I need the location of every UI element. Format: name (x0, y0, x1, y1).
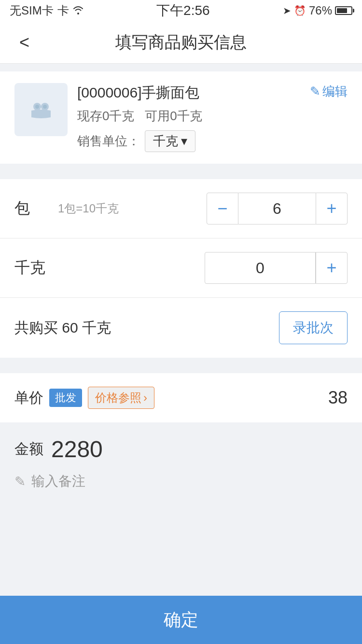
battery-percent: 76% (309, 4, 332, 17)
note-row[interactable]: ✎ 输入备注 (14, 472, 348, 490)
bag-quantity-row: 包 1包=10千克 − + (0, 179, 362, 238)
edit-icon: ✎ (310, 84, 320, 99)
product-stock: 现存0千克 可用0千克 (77, 108, 348, 125)
divider-2 (0, 358, 362, 365)
bag-controls: − + (207, 193, 348, 224)
amount-label: 金额 (14, 439, 43, 459)
status-left: 无SIM卡 卡 (10, 3, 84, 18)
page-title: 填写商品购买信息 (115, 31, 247, 54)
bag-plus-button[interactable]: + (316, 193, 348, 224)
price-label: 单价 (14, 388, 43, 408)
price-reference-button[interactable]: 价格参照 › (88, 387, 154, 409)
confirm-button[interactable]: 确定 (0, 596, 362, 644)
kg-controls: + (205, 252, 348, 284)
kg-plus-button[interactable]: + (316, 252, 348, 284)
bag-minus-button[interactable]: − (207, 193, 238, 224)
wifi-icon (73, 4, 84, 17)
status-time: 下午2:56 (156, 1, 210, 20)
kg-quantity-row: 千克 + (0, 238, 362, 298)
bag-label: 包 (14, 198, 53, 219)
amount-row: 金额 2280 (14, 436, 348, 462)
unit-select[interactable]: 千克 ▾ (145, 130, 195, 152)
bag-quantity-input[interactable] (238, 193, 316, 224)
price-section: 单价 批发 价格参照 › 38 (0, 373, 362, 422)
dropdown-icon: ▾ (181, 134, 187, 149)
amount-section: 金额 2280 ✎ 输入备注 (0, 422, 362, 504)
battery-icon (335, 6, 352, 15)
total-text: 共购买 60 千克 (14, 318, 111, 338)
location-icon: ➤ (283, 5, 291, 16)
price-row: 单价 批发 价格参照 › 38 (14, 387, 348, 409)
product-unit-row: 销售单位： 千克 ▾ (77, 130, 348, 152)
total-row: 共购买 60 千克 录批次 (0, 298, 362, 358)
svg-point-2 (35, 105, 39, 109)
kg-label: 千克 (14, 257, 53, 279)
carrier-text: 无SIM卡 (10, 3, 54, 18)
divider-1 (0, 164, 362, 171)
nav-bar: < 填写商品购买信息 (0, 21, 362, 64)
svg-point-3 (43, 105, 47, 109)
product-info: [0000006]手撕面包 ✎ 编辑 现存0千克 可用0千克 销售单位： 千克 … (77, 83, 348, 152)
sim-icon: 卡 (57, 3, 69, 18)
price-value: 38 (328, 388, 348, 408)
status-right: ➤ ⏰ 76% (283, 4, 352, 17)
pencil-icon: ✎ (14, 474, 26, 490)
back-button[interactable]: < (14, 28, 34, 57)
price-type-tag: 批发 (49, 389, 82, 407)
note-placeholder: 输入备注 (31, 472, 85, 490)
product-name: [0000006]手撕面包 (77, 83, 199, 103)
record-batch-button[interactable]: 录批次 (279, 311, 348, 344)
product-section: [0000006]手撕面包 ✎ 编辑 现存0千克 可用0千克 销售单位： 千克 … (0, 71, 362, 164)
bag-hint: 1包=10千克 (58, 201, 207, 216)
arrow-icon: › (143, 391, 147, 405)
quantity-section: 包 1包=10千克 − + 千克 + (0, 179, 362, 298)
kg-quantity-input[interactable] (205, 252, 316, 284)
product-image (14, 83, 68, 136)
status-bar: 无SIM卡 卡 下午2:56 ➤ ⏰ 76% (0, 0, 362, 21)
alarm-icon: ⏰ (294, 5, 306, 16)
amount-value: 2280 (51, 436, 103, 462)
edit-button[interactable]: ✎ 编辑 (310, 83, 348, 100)
